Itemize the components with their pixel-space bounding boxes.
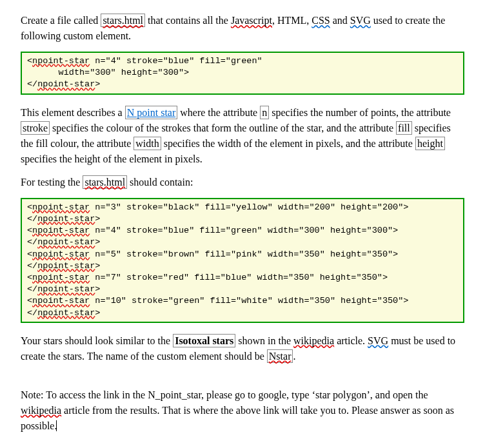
text: that contains all the [145, 15, 231, 26]
code-tag: npoint-star [37, 214, 95, 224]
word-nstar: Nstar [269, 351, 292, 362]
attr-stroke-box: stroke [21, 121, 50, 135]
code-text: n="3" stroke="black" fill="yellow" width… [90, 202, 408, 212]
code-tag: npoint-star [32, 226, 90, 235]
code-text: > [95, 79, 100, 89]
code-tag: npoint-star [32, 202, 90, 212]
code-text: </ [27, 79, 37, 89]
nstar-box: Nstar [267, 349, 293, 363]
code-tag: npoint-star [37, 261, 95, 271]
text: Your stars should look similar to the [21, 335, 173, 346]
text: specifies the number of points, the attr… [269, 107, 451, 118]
code-text: </ [27, 261, 37, 271]
paragraph-isotoxal: Your stars should look similar to the Is… [21, 333, 464, 364]
paragraph-testing: For testing the stars.html should contai… [21, 175, 464, 190]
attr-n-box: n [260, 106, 269, 119]
paragraph-note: Note: To access the link in the N_point_… [21, 387, 464, 434]
text: , HTML, [272, 15, 312, 26]
code-text: n="5" stroke="brown" fill="pink" width="… [90, 249, 398, 259]
code-text: </ [27, 237, 37, 247]
code-text: n="7" stroke="red" fill="blue" width="35… [90, 273, 388, 282]
link-n-point-star[interactable]: N point star [127, 107, 176, 118]
code-text: > [95, 284, 100, 294]
text: specifies the height of the element in p… [21, 153, 203, 164]
code-block-testing: <npoint-star n="3" stroke="black" fill="… [21, 198, 464, 323]
filename: stars.html [84, 177, 125, 188]
code-tag: npoint-star [37, 79, 95, 89]
attr-fill-box: fill [396, 121, 412, 135]
text: specifies the width of the element in pi… [161, 138, 415, 149]
code-text: < [27, 296, 32, 306]
word-css: CSS [312, 15, 330, 26]
paragraph-description: This element describes a N point star wh… [21, 105, 464, 167]
code-text: > [95, 261, 100, 271]
text: Create a file called [21, 15, 101, 26]
word-svg: SVG [368, 335, 388, 346]
text: This element describes a [21, 107, 125, 118]
filename-box: stars.html [83, 175, 127, 189]
text: and [330, 15, 350, 26]
code-tag: npoint-star [32, 296, 90, 306]
text: For testing the [21, 177, 83, 188]
code-tag: npoint-star [32, 249, 90, 259]
text: where the attribute [177, 107, 260, 118]
text: article. [334, 335, 368, 346]
code-text: width="300" height="300"> [27, 68, 189, 77]
attr-height-box: height [415, 137, 445, 150]
word-wikipedia: wikipedia [293, 335, 334, 346]
word-javascript: Javascript [231, 15, 272, 26]
code-text: </ [27, 284, 37, 294]
code-text: </ [27, 214, 37, 224]
code-text: n="4" stroke="blue" fill="green" [90, 56, 262, 66]
code-text: < [27, 202, 32, 212]
code-text: < [27, 226, 32, 235]
text: specifies the colour of the strokes that… [50, 122, 396, 133]
code-text: < [27, 56, 32, 66]
text: article from the results. That is where … [21, 405, 454, 431]
code-block-example: <npoint-star n="4" stroke="blue" fill="g… [21, 52, 464, 95]
code-text: n="4" stroke="blue" fill="green" width="… [90, 226, 398, 235]
code-tag: npoint-star [37, 308, 95, 318]
text: shown in the [235, 335, 293, 346]
bold-isotoxal: Isotoxal stars [175, 335, 233, 346]
attr-width-box: width [134, 137, 161, 150]
code-text: n="10" stroke="green" fill="white" width… [90, 296, 408, 306]
code-text: </ [27, 308, 37, 318]
code-text: < [27, 249, 32, 259]
code-tag: npoint-star [37, 237, 95, 247]
code-text: > [95, 214, 100, 224]
code-tag: npoint-star [32, 273, 90, 282]
word-wikipedia: wikipedia [21, 405, 61, 416]
code-text: > [95, 308, 100, 318]
isotoxal-box: Isotoxal stars [173, 334, 235, 347]
filename-box: stars.html [101, 14, 145, 27]
text: . [293, 351, 295, 362]
filename: stars.html [103, 15, 143, 26]
code-text: < [27, 273, 32, 282]
word-svg: SVG [350, 15, 371, 26]
text: should contain: [127, 177, 193, 188]
text: Note: To access the link in the N_point_… [21, 389, 428, 400]
link-box: N point star [125, 106, 178, 119]
code-tag: npoint-star [32, 56, 90, 66]
paragraph-intro: Create a file called stars.html that con… [21, 13, 464, 44]
code-text: > [95, 237, 100, 247]
code-tag: npoint-star [37, 284, 95, 294]
